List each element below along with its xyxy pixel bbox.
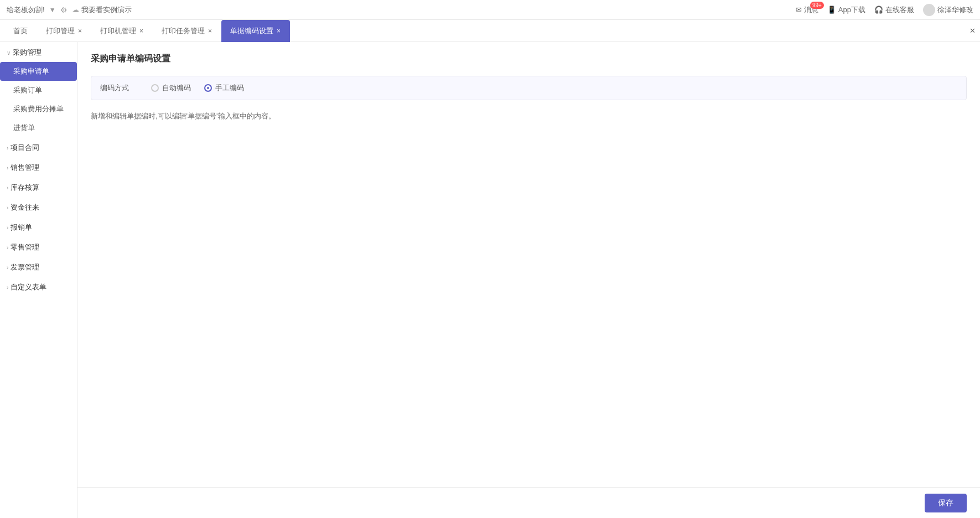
sidebar-group-sales-return-label: 报销单: [11, 222, 32, 232]
dropdown-arrow-icon[interactable]: ▼: [49, 6, 56, 14]
user-name: 徐泽华修改: [937, 5, 973, 15]
sidebar: ∨ 采购管理 采购申请单 采购订单 采购费用分摊单 进货单 › 项目合同: [0, 42, 77, 518]
sidebar-group-custom-form-label: 自定义表单: [11, 282, 46, 292]
brand-text: 给老板勿割!: [7, 5, 45, 15]
tab-printer-mgmt-label: 打印机管理: [100, 26, 136, 36]
sidebar-group-inventory-title[interactable]: › 库存核算: [0, 177, 77, 197]
chevron-right-icon-2: ›: [7, 165, 8, 171]
app-icon: 📱: [827, 6, 836, 14]
sidebar-group-retail-title[interactable]: › 零售管理: [0, 237, 77, 257]
sidebar-group-inventory: › 库存核算: [0, 177, 77, 197]
top-bar-left: 给老板勿割! ▼ ⚙ ☁ 我要看实例演示: [7, 5, 132, 15]
sidebar-group-purchase-label: 采购管理: [13, 48, 42, 58]
top-bar: 给老板勿割! ▼ ⚙ ☁ 我要看实例演示 ✉ 消息 99+ 📱 App下载 🎧 …: [0, 0, 980, 20]
encoding-label: 编码方式: [100, 83, 129, 93]
app-download-button[interactable]: 📱 App下载: [827, 5, 865, 15]
encoding-radio-group: 自动编码 手工编码: [151, 83, 244, 93]
manual-encoding-label: 手工编码: [215, 83, 244, 93]
tab-printer-mgmt[interactable]: 打印机管理 ×: [91, 20, 153, 42]
sidebar-group-sales-mgmt: › 销售管理: [0, 157, 77, 177]
tab-print-mgmt-label: 打印管理: [46, 26, 75, 36]
encoding-row: 编码方式 自动编码 手工编码: [91, 76, 967, 100]
sidebar-item-purchase-order[interactable]: 采购订单: [0, 81, 77, 100]
auto-encoding-option[interactable]: 自动编码: [151, 83, 191, 93]
tab-print-task[interactable]: 打印任务管理 ×: [153, 20, 221, 42]
sidebar-item-purchase-requisition[interactable]: 采购申请单: [0, 62, 77, 81]
sidebar-group-custom-form: › 自定义表单: [0, 277, 77, 297]
sidebar-group-invoice: › 发票管理: [0, 257, 77, 277]
sidebar-group-sales-mgmt-title[interactable]: › 销售管理: [0, 157, 77, 177]
service-icon: 🎧: [874, 6, 883, 14]
sidebar-group-project-contract-title[interactable]: › 项目合同: [0, 137, 77, 157]
page-title: 采购申请单编码设置: [91, 53, 967, 65]
tab-printer-mgmt-close[interactable]: ×: [139, 27, 143, 35]
demo-text: 我要看实例演示: [81, 5, 132, 15]
save-button[interactable]: 保存: [925, 494, 967, 512]
manual-encoding-radio[interactable]: [204, 84, 212, 92]
auto-encoding-label: 自动编码: [162, 83, 191, 93]
sidebar-item-purchase-requisition-label: 采购申请单: [13, 67, 49, 75]
sidebar-group-custom-form-title[interactable]: › 自定义表单: [0, 277, 77, 297]
tab-print-task-label: 打印任务管理: [162, 26, 205, 36]
chevron-right-icon-5: ›: [7, 225, 8, 231]
gear-icon[interactable]: ⚙: [60, 6, 68, 14]
sidebar-group-invoice-label: 发票管理: [11, 262, 39, 272]
tab-print-task-close[interactable]: ×: [208, 27, 212, 35]
tab-print-mgmt-close[interactable]: ×: [78, 27, 82, 35]
sidebar-group-sales-return-title[interactable]: › 报销单: [0, 217, 77, 237]
tab-print-mgmt[interactable]: 打印管理 ×: [37, 20, 91, 42]
top-bar-right: ✉ 消息 99+ 📱 App下载 🎧 在线客服 徐泽华修改: [796, 4, 973, 16]
chevron-right-icon-3: ›: [7, 185, 8, 191]
chevron-right-icon-7: ›: [7, 265, 8, 271]
sidebar-item-purchase-receipt[interactable]: 进货单: [0, 118, 77, 137]
tab-barcode-settings-close[interactable]: ×: [277, 27, 281, 35]
sidebar-group-purchase: ∨ 采购管理 采购申请单 采购订单 采购费用分摊单 进货单: [0, 42, 77, 137]
service-label: 在线客服: [885, 5, 914, 15]
content-footer: 保存: [77, 487, 980, 518]
auto-encoding-radio[interactable]: [151, 84, 159, 92]
sidebar-group-finance: › 资金往来: [0, 197, 77, 217]
sidebar-group-finance-label: 资金往来: [11, 203, 39, 213]
tab-home[interactable]: 首页: [4, 20, 37, 42]
manual-encoding-option[interactable]: 手工编码: [204, 83, 244, 93]
sidebar-group-finance-title[interactable]: › 资金往来: [0, 197, 77, 217]
message-icon: ✉: [796, 6, 802, 14]
sidebar-group-retail-label: 零售管理: [11, 242, 39, 252]
chevron-right-icon: ›: [7, 145, 8, 151]
avatar: [923, 4, 935, 16]
sidebar-group-project-contract-label: 项目合同: [11, 143, 39, 153]
content-main: 采购申请单编码设置 编码方式 自动编码 手工编码 新增和编辑单据编时,可以编辑'…: [77, 42, 980, 487]
sidebar-group-invoice-title[interactable]: › 发票管理: [0, 257, 77, 277]
sidebar-group-retail: › 零售管理: [0, 237, 77, 257]
tab-home-label: 首页: [13, 26, 28, 36]
close-all-icon: ✕: [969, 27, 976, 35]
chevron-right-icon-8: ›: [7, 284, 8, 291]
user-profile-button[interactable]: 徐泽华修改: [923, 4, 973, 16]
message-badge: 99+: [810, 2, 824, 9]
chevron-right-icon-6: ›: [7, 245, 8, 251]
cloud-icon: ☁: [72, 6, 79, 14]
sidebar-item-purchase-order-label: 采购订单: [13, 86, 42, 94]
hint-text: 新增和编辑单据编时,可以编辑'单据编号'输入框中的内容。: [91, 109, 967, 123]
message-button[interactable]: ✉ 消息 99+: [796, 5, 818, 15]
main-layout: ∨ 采购管理 采购申请单 采购订单 采购费用分摊单 进货单 › 项目合同: [0, 42, 980, 518]
online-service-button[interactable]: 🎧 在线客服: [874, 5, 914, 15]
tab-barcode-settings[interactable]: 单据编码设置 ×: [221, 20, 290, 42]
demo-link[interactable]: ☁ 我要看实例演示: [72, 5, 132, 15]
sidebar-item-purchase-receipt-label: 进货单: [13, 123, 35, 132]
chevron-right-icon-4: ›: [7, 205, 8, 211]
content-area: 采购申请单编码设置 编码方式 自动编码 手工编码 新增和编辑单据编时,可以编辑'…: [77, 42, 980, 518]
tab-bar: 首页 打印管理 × 打印机管理 × 打印任务管理 × 单据编码设置 × ✕: [0, 20, 980, 42]
sidebar-group-purchase-title[interactable]: ∨ 采购管理: [0, 42, 77, 62]
tab-barcode-settings-label: 单据编码设置: [230, 26, 273, 36]
sidebar-item-purchase-expense[interactable]: 采购费用分摊单: [0, 100, 77, 118]
sidebar-group-project-contract: › 项目合同: [0, 137, 77, 157]
sidebar-group-inventory-label: 库存核算: [11, 183, 39, 193]
close-all-tabs-button[interactable]: ✕: [969, 27, 976, 35]
sidebar-group-sales-mgmt-label: 销售管理: [11, 163, 39, 173]
sidebar-item-purchase-expense-label: 采购费用分摊单: [13, 105, 64, 113]
sidebar-group-sales-return: › 报销单: [0, 217, 77, 237]
app-label: App下载: [838, 5, 865, 15]
chevron-down-icon: ∨: [7, 50, 11, 56]
